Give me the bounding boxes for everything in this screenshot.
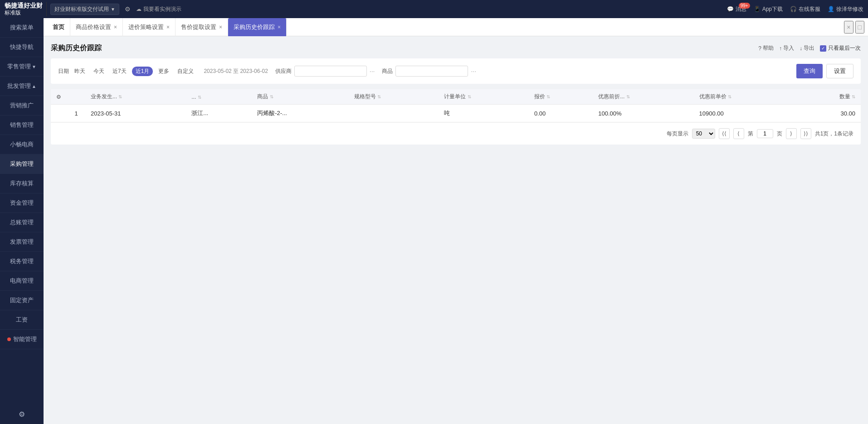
date-filter-label: 日期 (58, 67, 69, 75)
supplier-filter-group: 供应商 ··· (275, 66, 375, 77)
cell-quantity: 30.00 (797, 105, 861, 122)
sidebar-item-inventory[interactable]: 库存核算 (0, 174, 44, 193)
gear-icon[interactable]: ⚙ (56, 94, 61, 100)
sidebar-label-finance: 资金管理 (2, 199, 42, 207)
import-icon: ↑ (779, 45, 782, 52)
cell-supplier: 浙江... (186, 105, 252, 122)
th-quantity[interactable]: 数量 ⇅ (797, 89, 861, 105)
tab-maximize-button[interactable]: □ (855, 21, 864, 34)
first-page-button[interactable]: ⟨⟨ (719, 128, 730, 139)
sidebar-label-invoice: 发票管理 (2, 238, 42, 246)
app-download-button[interactable]: 📱 App下载 (754, 5, 783, 13)
cell-gear (51, 105, 67, 122)
sidebar-gear-icon[interactable]: ⚙ (0, 405, 44, 424)
tab-strategy[interactable]: 进价策略设置 × (123, 18, 176, 36)
th-pre-discount-price-label: 优惠前单价 (699, 93, 727, 100)
tab-sale[interactable]: 售价提取设置 × (176, 18, 228, 36)
sidebar-item-wholesale[interactable]: 批发管理 ▲ (0, 77, 44, 96)
sidebar-label-inventory: 库存核算 (2, 179, 42, 188)
th-goods-label: 商品 (257, 93, 268, 100)
only-last-checkbox[interactable]: ✓ 只看最后一次 (820, 44, 861, 52)
import-button[interactable]: ↑ 导入 (779, 44, 794, 52)
user-menu[interactable]: 👤 徐泽华修改 (828, 5, 863, 13)
th-discount[interactable]: 优惠前折... ⇅ (593, 89, 693, 105)
tab-sale-label: 售价提取设置 (181, 23, 216, 31)
cell-spec (349, 105, 439, 122)
next-page-button[interactable]: ⟩ (786, 128, 797, 139)
sidebar-item-finance[interactable]: 资金管理 (0, 193, 44, 213)
import-label: 导入 (783, 44, 794, 52)
date-btn-today[interactable]: 今天 (91, 67, 107, 76)
per-page-label: 每页显示 (667, 130, 688, 138)
date-btn-custom[interactable]: 自定义 (175, 67, 196, 76)
last-page-button[interactable]: ⟩⟩ (800, 128, 811, 139)
sidebar-item-purchase[interactable]: 采购管理 (0, 154, 44, 174)
goods-input[interactable] (395, 66, 468, 77)
goods-filter-label: 商品 (382, 67, 393, 75)
th-discount-label: 优惠前折... (598, 93, 624, 100)
help-button[interactable]: ? 帮助 (758, 44, 774, 52)
page-header-actions: ? 帮助 ↑ 导入 ↓ 导出 ✓ 只看最后一次 (758, 44, 861, 52)
export-button[interactable]: ↓ 导出 (800, 44, 814, 52)
sidebar-item-fixed-assets[interactable]: 固定资产 (0, 291, 44, 310)
per-page-select[interactable]: 50 20 100 (692, 129, 715, 139)
sidebar-item-accounting[interactable]: 总账管理 (0, 213, 44, 232)
supplier-filter-label: 供应商 (275, 67, 292, 75)
sidebar-item-ecommerce[interactable]: 电商管理 (0, 271, 44, 291)
filter-actions: 查询 设置 (796, 64, 853, 78)
close-icon-sale[interactable]: × (219, 24, 222, 30)
tab-price[interactable]: 商品价格设置 × (70, 18, 123, 36)
version-selector[interactable]: 好业财标准版交付试用 ▼ (50, 4, 119, 15)
close-icon-strategy[interactable]: × (166, 24, 170, 30)
online-service-button[interactable]: 🎧 在线客服 (790, 5, 820, 13)
settings-button[interactable]: 设置 (826, 64, 853, 78)
checkbox-icon: ✓ (820, 45, 826, 52)
demo-link[interactable]: ☁ 我要看实例演示 (136, 5, 181, 13)
sidebar-item-tax[interactable]: 税务管理 (0, 252, 44, 271)
sidebar-item-sales[interactable]: 销售管理 (0, 116, 44, 135)
date-btn-1month[interactable]: 近1月 (132, 67, 153, 76)
date-btn-more[interactable]: 更多 (156, 67, 172, 76)
supplier-dots-icon[interactable]: ··· (370, 67, 375, 75)
th-spec[interactable]: 规格型号 ⇅ (349, 89, 439, 105)
close-icon-purchase-history[interactable]: × (278, 24, 281, 30)
tab-purchase-history[interactable]: 采购历史价跟踪 × (228, 18, 287, 36)
supplier-input[interactable] (294, 66, 367, 77)
settings-icon[interactable]: ⚙ (123, 4, 132, 14)
sidebar-label-fixed-assets: 固定资产 (2, 296, 42, 304)
prev-page-button[interactable]: ⟨ (733, 128, 744, 139)
close-icon-price[interactable]: × (114, 24, 117, 30)
goods-dots-icon[interactable]: ··· (471, 67, 476, 75)
filter-bar: 日期 昨天 今天 近7天 近1月 更多 自定义 2023-05-02 至 202… (51, 58, 861, 84)
message-button[interactable]: 💬 消息 99+ (727, 5, 746, 13)
page-number-input[interactable] (757, 129, 773, 138)
date-btn-yesterday[interactable]: 昨天 (72, 67, 88, 76)
page-content: 采购历史价跟踪 ? 帮助 ↑ 导入 ↓ 导出 ✓ (44, 36, 868, 424)
date-btn-7days[interactable]: 近7天 (110, 67, 129, 76)
sidebar-item-salary[interactable]: 工资 (0, 310, 44, 330)
th-dots[interactable]: ... ⇅ (186, 89, 252, 105)
th-unit[interactable]: 计量单位 ⇅ (439, 89, 528, 105)
demo-label: 我要看实例演示 (143, 5, 181, 13)
sidebar-item-retail[interactable]: 零售管理 ▼ (0, 57, 44, 77)
sidebar-item-ecommerce-small[interactable]: 小畅电商 (0, 135, 44, 154)
th-quoted-price[interactable]: 报价 ⇅ (529, 89, 593, 105)
sidebar-label-salary: 工资 (2, 316, 42, 324)
tab-home[interactable]: 首页 (47, 18, 70, 36)
sidebar-label-quick-nav: 快捷导航 (2, 43, 42, 51)
sidebar: 搜索菜单 快捷导航 零售管理 ▼ 批发管理 ▲ 营销推广 销售管理 小畅电商 采… (0, 18, 44, 424)
data-table: ⚙ 业务发生... ⇅ ... ⇅ (51, 89, 861, 122)
sidebar-item-search[interactable]: 搜索菜单 (0, 18, 44, 38)
tab-close-all-button[interactable]: × (844, 21, 853, 34)
sidebar-item-smart-mgmt[interactable]: 智能管理 (0, 330, 44, 349)
th-pre-discount-price[interactable]: 优惠前单价 ⇅ (694, 89, 797, 105)
th-biz-date[interactable]: 业务发生... ⇅ (85, 89, 186, 105)
pagination: 每页显示 50 20 100 ⟨⟨ ⟨ 第 页 ⟩ ⟩⟩ 共1页，1条记录 (51, 122, 861, 145)
query-button[interactable]: 查询 (796, 64, 823, 78)
sidebar-item-marketing[interactable]: 营销推广 (0, 96, 44, 116)
sidebar-item-invoice[interactable]: 发票管理 (0, 232, 44, 252)
th-goods[interactable]: 商品 ⇅ (252, 89, 349, 105)
sidebar-label-search: 搜索菜单 (2, 24, 42, 32)
chevron-down-icon-retail: ▼ (32, 64, 36, 69)
sidebar-item-quick-nav[interactable]: 快捷导航 (0, 38, 44, 57)
